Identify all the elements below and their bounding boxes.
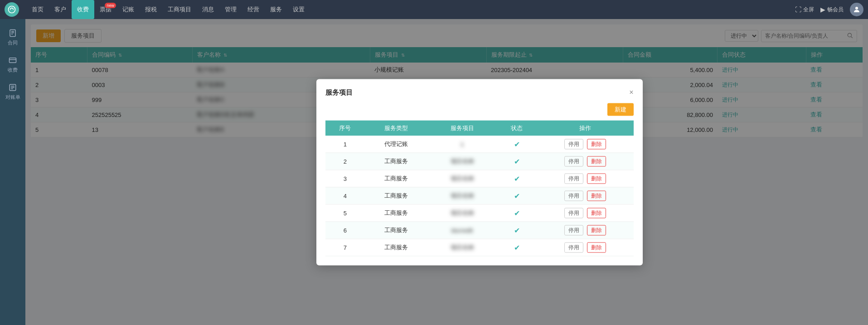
modal-cell-type: 工商服务 (365, 170, 427, 187)
service-items-table: 序号 服务类型 服务项目 状态 操作 1 代理记账 1 ✔ 停用 删除 2 工商… (325, 120, 634, 256)
modal-cell-action: 停用 删除 (537, 187, 633, 204)
modal-cell-item: 项目名称 (427, 187, 497, 204)
modal-cell-status: ✔ (497, 136, 537, 153)
fullscreen-btn[interactable]: ⛶ 全屏 (795, 6, 814, 14)
modal-cell-status: ✔ (497, 153, 537, 170)
nav-operation[interactable]: 经营 (242, 0, 265, 19)
stop-button[interactable]: 停用 (564, 173, 583, 184)
delete-button[interactable]: 删除 (587, 156, 606, 166)
new-badge: new (105, 3, 116, 8)
modal-toolbar: 新建 (325, 103, 634, 116)
modal-table-row: 3 工商服务 项目名称 ✔ 停用 删除 (325, 170, 634, 187)
modal-cell-status: ✔ (497, 222, 537, 239)
modal-cell-action: 停用 删除 (537, 170, 633, 187)
modal-table-row: 1 代理记账 1 ✔ 停用 删除 (325, 136, 634, 153)
modal-table-row: 4 工商服务 项目名称 ✔ 停用 删除 (325, 187, 634, 204)
modal-new-button[interactable]: 新建 (607, 103, 634, 116)
modal-cell-action: 停用 删除 (537, 222, 633, 239)
service-items-modal: 服务项目 × 新建 序号 服务类型 服务项目 状态 操作 (316, 79, 643, 265)
modal-cell-action: 停用 删除 (537, 153, 633, 170)
modal-table-row: 8 工商服务 注册 ✔ 停用 删除 (325, 256, 634, 257)
modal-table-wrap[interactable]: 序号 服务类型 服务项目 状态 操作 1 代理记账 1 ✔ 停用 删除 2 工商… (325, 120, 634, 256)
modal-table-row: 2 工商服务 项目名称 ✔ 停用 删除 (325, 153, 634, 170)
modal-table-row: 7 工商服务 项目名称 ✔ 停用 删除 (325, 239, 634, 256)
stop-button[interactable]: 停用 (564, 139, 583, 149)
delete-button[interactable]: 删除 (587, 173, 606, 184)
svg-point-0 (9, 6, 15, 13)
modal-cell-item: blurred6 (427, 222, 497, 239)
delete-button[interactable]: 删除 (587, 139, 606, 149)
modal-cell-status: ✔ (497, 239, 537, 256)
modal-cell-type: 工商服务 (365, 239, 427, 256)
stop-button[interactable]: 停用 (564, 190, 583, 201)
modal-cell-status: ✔ (497, 187, 537, 204)
nav-tax[interactable]: 报税 (140, 0, 162, 19)
left-sidebar: 合同 收费 对账单 (0, 19, 25, 325)
modal-cell-type: 工商服务 (365, 153, 427, 170)
modal-cell-seq: 6 (325, 222, 365, 239)
stop-button[interactable]: 停用 (564, 156, 583, 166)
modal-cell-type: 工商服务 (365, 187, 427, 204)
nav-bookkeep[interactable]: 记账 (117, 0, 140, 19)
modal-cell-action: 停用 删除 (537, 204, 633, 222)
delete-button[interactable]: 删除 (587, 208, 606, 218)
nav-message[interactable]: 消息 (197, 0, 219, 19)
app-logo[interactable] (5, 2, 19, 17)
modal-title: 服务项目 (325, 88, 353, 97)
modal-cell-status: ✔ (497, 170, 537, 187)
fee-icon (8, 55, 18, 65)
top-navigation: 首页 客户 收费 票据 new 记账 报税 工商项目 消息 管理 经营 服务 设… (0, 0, 868, 19)
nav-settings[interactable]: 设置 (287, 0, 310, 19)
modal-table-row: 5 工商服务 项目名称 ✔ 停用 删除 (325, 204, 634, 222)
modal-close-button[interactable]: × (629, 89, 633, 96)
main-content: 新增 服务项目 进行中 全部 已完成 已停止 (25, 19, 868, 325)
sidebar-item-statement[interactable]: 对账单 (0, 78, 25, 105)
member-btn[interactable]: ▶ 畅会员 (820, 6, 844, 14)
nav-service[interactable]: 服务 (265, 0, 287, 19)
modal-col-seq: 序号 (325, 120, 365, 136)
modal-cell-item: 1 (427, 136, 497, 153)
statement-icon (8, 82, 18, 92)
svg-point-1 (855, 7, 858, 10)
modal-cell-item: 注册 (427, 256, 497, 257)
modal-cell-type: 工商服务 (365, 256, 427, 257)
delete-button[interactable]: 删除 (587, 225, 606, 235)
modal-col-action: 操作 (537, 120, 633, 136)
stop-button[interactable]: 停用 (564, 208, 583, 218)
modal-table-row: 6 工商服务 blurred6 ✔ 停用 删除 (325, 222, 634, 239)
stop-button[interactable]: 停用 (564, 225, 583, 235)
nav-manage[interactable]: 管理 (219, 0, 242, 19)
sidebar-item-fee[interactable]: 收费 (0, 51, 25, 78)
modal-cell-action: 停用 删除 (537, 239, 633, 256)
modal-cell-status: ✔ (497, 204, 537, 222)
modal-cell-seq: 3 (325, 170, 365, 187)
modal-header: 服务项目 × (325, 88, 634, 97)
modal-col-status: 状态 (497, 120, 537, 136)
nav-customer[interactable]: 客户 (49, 0, 72, 19)
modal-cell-type: 工商服务 (365, 222, 427, 239)
sidebar-item-contract[interactable]: 合同 (0, 24, 25, 51)
nav-commerce[interactable]: 工商项目 (162, 0, 197, 19)
modal-cell-type: 工商服务 (365, 204, 427, 222)
modal-cell-action: 停用 删除 (537, 136, 633, 153)
user-avatar[interactable] (850, 3, 863, 16)
nav-invoice[interactable]: 票据 new (94, 0, 117, 19)
modal-cell-item: 项目名称 (427, 170, 497, 187)
delete-button[interactable]: 删除 (587, 242, 606, 252)
modal-col-type: 服务类型 (365, 120, 427, 136)
modal-cell-item: 项目名称 (427, 204, 497, 222)
top-nav-right: ⛶ 全屏 ▶ 畅会员 (795, 3, 863, 16)
nav-home[interactable]: 首页 (26, 0, 49, 19)
modal-col-item: 服务项目 (427, 120, 497, 136)
modal-cell-status: ✔ (497, 256, 537, 257)
modal-cell-type: 代理记账 (365, 136, 427, 153)
modal-cell-seq: 4 (325, 187, 365, 204)
delete-button[interactable]: 删除 (587, 190, 606, 201)
modal-cell-item: 项目名称 (427, 239, 497, 256)
svg-rect-6 (10, 58, 16, 63)
modal-cell-seq: 8 (325, 256, 365, 257)
modal-cell-item: 项目名称 (427, 153, 497, 170)
nav-fee[interactable]: 收费 (72, 0, 94, 19)
stop-button[interactable]: 停用 (564, 242, 583, 252)
modal-cell-seq: 1 (325, 136, 365, 153)
